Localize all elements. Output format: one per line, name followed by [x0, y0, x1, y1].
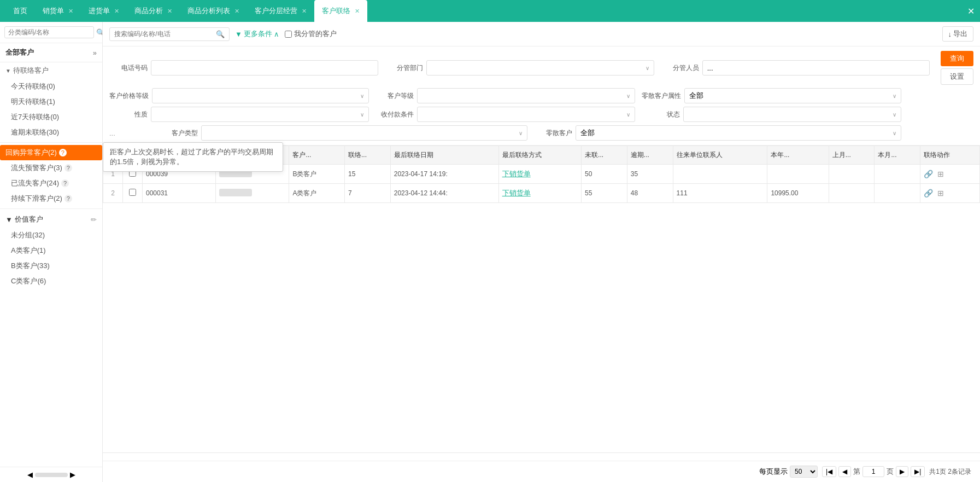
sidebar-item-overdue[interactable]: 逾期未联络(30) — [0, 125, 102, 140]
col-contact-count[interactable]: 联络... — [345, 146, 391, 165]
sidebar-item-abnormal[interactable]: 回购异常客户(2) ? — [0, 145, 102, 160]
sidebar-item-today[interactable]: 今天待联络(0) — [0, 79, 102, 94]
retail-customer-select[interactable]: 全部 ∨ — [576, 125, 902, 141]
value-edit-icon[interactable]: ✏ — [91, 216, 97, 224]
nav-product-analysis-list[interactable]: 商品分析列表 ✕ — [180, 0, 247, 22]
page-number-input[interactable] — [862, 466, 884, 477]
horizontal-scrollbar[interactable] — [103, 453, 980, 461]
sidebar-item-churn-warning[interactable]: 流失预警客户(3) ? — [0, 160, 102, 176]
col-customer-type[interactable]: 客户... — [289, 146, 345, 165]
sidebar-item-declining[interactable]: 持续下滑客户(2) ? — [0, 191, 102, 206]
export-button[interactable]: ↓ 导出 — [942, 26, 974, 42]
sidebar-divider-1 — [0, 142, 102, 143]
payment-select[interactable]: ∨ — [417, 107, 635, 122]
sidebar-scroll-bar[interactable] — [35, 473, 68, 477]
staff-select[interactable]: ... — [702, 60, 930, 76]
page-nav: |◀ ◀ 第 页 ▶ ▶| — [822, 466, 925, 477]
next-page-button[interactable]: ▶ — [896, 466, 908, 477]
close-purchase-icon[interactable]: ✕ — [114, 8, 119, 15]
row1-customer-type: B类客户 — [289, 165, 345, 184]
window-close-button[interactable]: ✕ — [967, 6, 975, 16]
table-row: 2 000031 A类客户 7 2023-04-12 14:44: 下销货单 5… — [103, 184, 980, 203]
close-customer-layer-icon[interactable]: ✕ — [302, 8, 307, 15]
row2-grid-icon[interactable]: ⊞ — [937, 189, 944, 198]
sidebar-prev-icon[interactable]: ◀ — [27, 471, 33, 479]
sidebar-item-a-class[interactable]: A类客户(1) — [0, 243, 102, 258]
filter-icon: ▼ — [235, 30, 242, 38]
close-sales-icon[interactable]: ✕ — [68, 8, 73, 15]
col-last-contact-date[interactable]: 最后联络日期 — [390, 146, 498, 165]
content-area: 🔍 ▼ 更多条件 ∧ 我分管的客户 ↓ 导出 电话号码 — [103, 22, 980, 482]
row2-select-checkbox[interactable] — [129, 189, 136, 196]
pending-section-label: 待联络客户 — [13, 66, 49, 76]
sidebar-search-input[interactable] — [4, 26, 94, 38]
customer-type-arrow-icon: ∨ — [519, 130, 523, 136]
col-overdue[interactable]: 逾期... — [627, 146, 673, 165]
row2-code: 000031 — [143, 184, 216, 203]
filter-retail-customer: 零散客户 全部 ∨ — [534, 125, 902, 141]
customer-type-select[interactable]: ∨ — [201, 125, 527, 141]
my-customer-checkbox[interactable] — [285, 31, 292, 38]
sidebar-item-7days[interactable]: 近7天待联络(0) — [0, 109, 102, 125]
dept-select[interactable]: ∨ — [426, 60, 654, 76]
customer-grade-select[interactable]: ∨ — [417, 88, 635, 103]
customer-grade-arrow-icon: ∨ — [626, 93, 630, 99]
col-last-month[interactable]: 上月... — [829, 146, 875, 165]
pending-arrow-icon: ▼ — [5, 68, 11, 74]
close-product-analysis-list-icon[interactable]: ✕ — [234, 8, 239, 15]
nav-product-analysis[interactable]: 商品分析 ✕ — [127, 0, 180, 22]
sidebar-item-b-class[interactable]: B类客户(33) — [0, 258, 102, 274]
sidebar-collapse-button[interactable]: » — [93, 49, 97, 57]
nav-sales[interactable]: 销货单 ✕ — [35, 0, 81, 22]
col-unit-contact[interactable]: 往来单位联系人 — [673, 146, 767, 165]
sidebar-search-icon[interactable]: 🔍 — [96, 28, 103, 37]
nav-customer-contact[interactable]: 客户联络 ✕ — [314, 0, 367, 22]
col-this-year[interactable]: 本年... — [767, 146, 829, 165]
status-select[interactable]: ∨ — [683, 107, 901, 122]
row1-last-contact-method[interactable]: 下销货单 — [498, 165, 581, 184]
sidebar-next-icon[interactable]: ▶ — [70, 471, 75, 479]
retail-attr-select[interactable]: 全部 ∨ — [684, 88, 901, 103]
sidebar-item-tomorrow[interactable]: 明天待联络(1) — [0, 94, 102, 109]
filter-retail-attr: 零散客户属性 全部 ∨ — [642, 88, 901, 103]
last-page-button[interactable]: ▶| — [911, 466, 925, 477]
row1-grid-icon[interactable]: ⊞ — [937, 170, 944, 178]
filter-gender: 性质 ∨ — [109, 107, 369, 122]
row1-link-icon[interactable]: 🔗 — [924, 170, 933, 178]
col-uncontacted[interactable]: 未联... — [582, 146, 627, 165]
prev-page-button[interactable]: ◀ — [838, 466, 851, 477]
col-last-contact-method[interactable]: 最后联络方式 — [498, 146, 581, 165]
row2-last-contact-method[interactable]: 下销货单 — [498, 184, 581, 203]
close-product-analysis-icon[interactable]: ✕ — [167, 8, 172, 15]
row1-last-month — [829, 165, 875, 184]
sidebar-item-churned[interactable]: 已流失客户(24) ? — [0, 176, 102, 191]
dept-label: 分管部门 — [385, 63, 423, 73]
nav-home[interactable]: 首页 — [5, 0, 35, 22]
sidebar-item-c-class[interactable]: C类客户(6) — [0, 274, 102, 289]
more-filter-button[interactable]: ▼ 更多条件 ∧ — [235, 29, 279, 39]
nav-customer-layer[interactable]: 客户分层经营 ✕ — [247, 0, 314, 22]
row2-link-icon[interactable]: 🔗 — [924, 189, 933, 198]
sidebar-value-group-header[interactable]: ▼ 价值客户 ✏ — [0, 211, 102, 228]
sidebar-all-customers-header[interactable]: 全部客户 » — [0, 43, 102, 62]
per-page-select[interactable]: 50 100 200 — [790, 466, 818, 478]
sidebar-pending-section[interactable]: ▼ 待联络客户 — [0, 62, 102, 79]
price-grade-select[interactable]: ∨ — [152, 88, 369, 103]
sidebar-item-ungrouped[interactable]: 未分组(32) — [0, 228, 102, 243]
row1-this-year — [767, 165, 829, 184]
main-search-input[interactable] — [114, 30, 214, 38]
gender-select[interactable]: ∨ — [151, 107, 369, 122]
main-search-icon[interactable]: 🔍 — [216, 30, 225, 38]
first-page-button[interactable]: |◀ — [822, 466, 836, 477]
sidebar-bottom-nav: ◀ ▶ — [0, 467, 102, 482]
more-filter-arrow-icon: ∧ — [274, 30, 279, 38]
phone-input[interactable] — [151, 60, 378, 76]
search-box: 🔍 — [109, 27, 230, 41]
setting-button[interactable]: 设置 — [941, 68, 973, 85]
more-dots-label[interactable]: ... — [109, 129, 115, 137]
main-layout: 🔍 全部客户 » ▼ 待联络客户 今天待联络(0) 明天待联络(1) 近7天待联… — [0, 22, 980, 482]
query-button[interactable]: 查询 — [941, 51, 973, 66]
col-this-month[interactable]: 本月... — [875, 146, 920, 165]
nav-purchase[interactable]: 进货单 ✕ — [81, 0, 127, 22]
close-customer-contact-icon[interactable]: ✕ — [355, 8, 360, 15]
